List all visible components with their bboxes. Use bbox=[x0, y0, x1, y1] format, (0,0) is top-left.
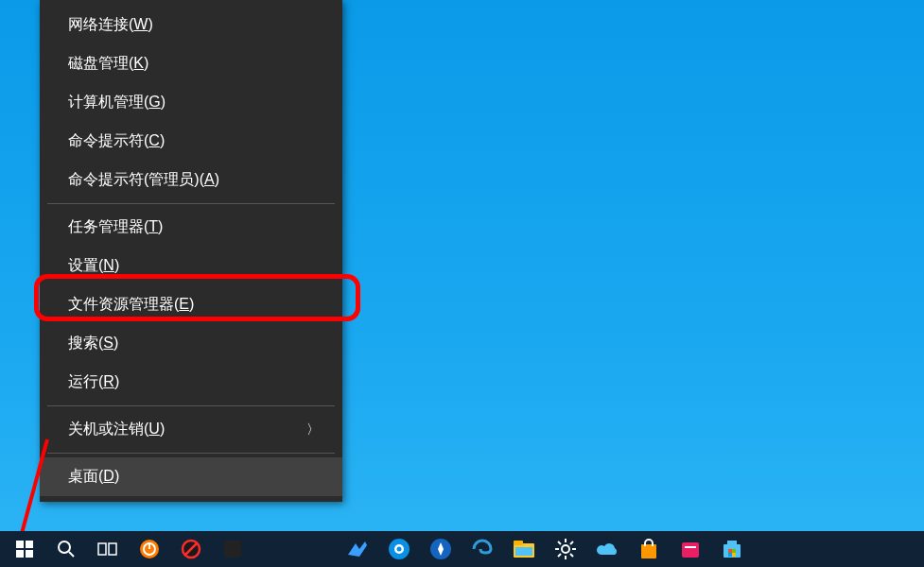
menu-item-desktop[interactable]: 桌面(D) bbox=[40, 457, 342, 496]
menu-item-computer-management[interactable]: 计算机管理(G) bbox=[40, 83, 342, 122]
menu-item-label: 运行(R) bbox=[68, 372, 119, 392]
svg-line-30 bbox=[558, 541, 561, 544]
svg-point-6 bbox=[59, 541, 70, 553]
svg-rect-24 bbox=[515, 547, 532, 556]
edge-browser-icon[interactable] bbox=[462, 531, 503, 567]
menu-item-settings[interactable]: 设置(N) bbox=[40, 247, 342, 285]
menu-item-label: 命令提示符(C) bbox=[68, 131, 165, 151]
svg-point-18 bbox=[397, 547, 402, 552]
taskbar bbox=[0, 531, 924, 567]
svg-rect-3 bbox=[26, 541, 33, 548]
pink-app-icon[interactable] bbox=[670, 531, 711, 567]
svg-rect-34 bbox=[641, 544, 656, 558]
menu-separator bbox=[47, 203, 335, 204]
menu-item-search[interactable]: 搜索(S) bbox=[40, 324, 342, 363]
menu-item-label: 磁盘管理(K) bbox=[68, 54, 148, 74]
menu-item-label: 设置(N) bbox=[68, 256, 119, 276]
qq-browser-icon[interactable] bbox=[378, 531, 420, 567]
menu-item-command-prompt[interactable]: 命令提示符(C) bbox=[40, 122, 342, 161]
menu-item-label: 网络连接(W) bbox=[68, 15, 153, 35]
menu-item-shutdown-signout[interactable]: 关机或注销(U) 〉 bbox=[40, 410, 342, 449]
settings-gear-icon[interactable] bbox=[545, 531, 586, 567]
menu-separator bbox=[47, 453, 335, 454]
chevron-right-icon: 〉 bbox=[306, 421, 320, 438]
shopping-bag-icon[interactable] bbox=[628, 531, 670, 567]
svg-rect-41 bbox=[732, 549, 736, 553]
menu-item-label: 桌面(D) bbox=[68, 467, 119, 487]
svg-rect-43 bbox=[732, 553, 736, 557]
power-orange-icon[interactable] bbox=[129, 531, 170, 567]
compass-browser-icon[interactable] bbox=[420, 531, 462, 567]
svg-rect-36 bbox=[685, 546, 696, 548]
svg-point-25 bbox=[562, 545, 569, 553]
svg-line-7 bbox=[69, 552, 74, 557]
svg-rect-9 bbox=[109, 543, 116, 555]
svg-rect-8 bbox=[98, 543, 106, 555]
app-icon[interactable] bbox=[212, 531, 253, 567]
menu-item-run[interactable]: 运行(R) bbox=[40, 363, 342, 402]
menu-item-label: 任务管理器(T) bbox=[68, 217, 163, 237]
menu-item-task-manager[interactable]: 任务管理器(T) bbox=[40, 208, 342, 247]
svg-rect-35 bbox=[682, 542, 699, 558]
prohibit-icon[interactable] bbox=[170, 531, 212, 567]
winx-context-menu: 网络连接(W) 磁盘管理(K) 计算机管理(G) 命令提示符(C) 命令提示符(… bbox=[40, 0, 342, 502]
svg-rect-40 bbox=[728, 549, 732, 553]
store-icon[interactable] bbox=[711, 531, 753, 567]
svg-rect-2 bbox=[16, 541, 24, 548]
svg-rect-38 bbox=[727, 541, 737, 545]
svg-line-33 bbox=[570, 541, 573, 544]
svg-line-32 bbox=[558, 554, 561, 557]
menu-item-file-explorer[interactable]: 文件资源管理器(E) bbox=[40, 285, 342, 324]
menu-item-label: 搜索(S) bbox=[68, 334, 118, 353]
menu-item-label: 计算机管理(G) bbox=[68, 93, 166, 112]
cloud-app-icon[interactable] bbox=[586, 531, 628, 567]
menu-item-label: 命令提示符(管理员)(A) bbox=[68, 170, 219, 190]
taskview-icon[interactable] bbox=[87, 531, 129, 567]
menu-item-network-connections[interactable]: 网络连接(W) bbox=[40, 6, 342, 44]
menu-item-disk-management[interactable]: 磁盘管理(K) bbox=[40, 44, 342, 83]
menu-separator bbox=[47, 405, 335, 406]
menu-item-label: 文件资源管理器(E) bbox=[68, 295, 194, 315]
file-explorer-icon[interactable] bbox=[503, 531, 545, 567]
menu-item-command-prompt-admin[interactable]: 命令提示符(管理员)(A) bbox=[40, 161, 342, 199]
svg-line-31 bbox=[570, 554, 573, 557]
svg-rect-5 bbox=[26, 550, 33, 558]
svg-rect-42 bbox=[728, 553, 732, 557]
bird-app-icon[interactable] bbox=[337, 531, 378, 567]
svg-rect-4 bbox=[16, 550, 24, 558]
svg-rect-15 bbox=[224, 541, 241, 558]
svg-rect-23 bbox=[514, 541, 523, 545]
menu-item-label: 关机或注销(U) bbox=[68, 420, 165, 439]
start-button-icon[interactable] bbox=[4, 531, 45, 567]
search-icon[interactable] bbox=[45, 531, 87, 567]
